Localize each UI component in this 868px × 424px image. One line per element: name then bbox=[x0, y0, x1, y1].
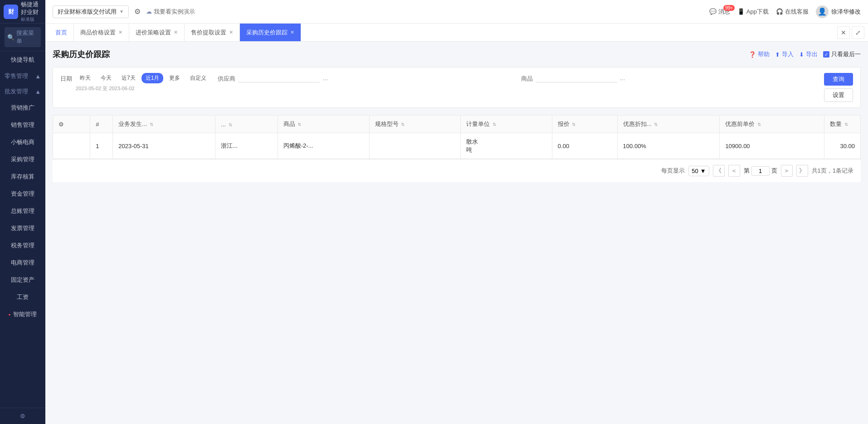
sidebar-settings-btn[interactable]: ⚙ bbox=[0, 408, 45, 424]
date-btn-7days[interactable]: 近7天 bbox=[117, 73, 140, 83]
date-btn-today[interactable]: 今天 bbox=[97, 73, 116, 83]
table-col-pre-discount-price[interactable]: 优惠前单价 ⇅ bbox=[720, 116, 824, 133]
date-btn-row: 昨天 今天 近7天 近1月 更多 自定义 bbox=[76, 73, 210, 83]
demo-link[interactable]: ☁ 我要看实例演示 bbox=[146, 8, 195, 16]
only-last-checkbox[interactable]: ✓ 只看最后一 bbox=[823, 50, 861, 58]
table-col-extra[interactable]: ... ⇅ bbox=[215, 116, 278, 133]
sidebar-item-capital[interactable]: 资金管理 bbox=[0, 185, 45, 202]
data-table: ⚙ # 业务发生... ⇅ ... ⇅ 商品 ⇅ 规格型号 bbox=[53, 115, 861, 159]
sidebar-item-ecommerce-small[interactable]: 小畅电商 bbox=[0, 134, 45, 151]
tab-purchase-strategy-close[interactable]: ✕ bbox=[174, 29, 178, 35]
table-col-quantity[interactable]: 数量 ⇅ bbox=[824, 116, 861, 133]
product-filter-group: 商品 ... bbox=[521, 73, 817, 83]
date-btn-yesterday[interactable]: 昨天 bbox=[76, 73, 95, 83]
headset-icon: 🎧 bbox=[776, 8, 783, 15]
sidebar-item-ledger[interactable]: 总账管理 bbox=[0, 202, 45, 220]
avatar: 👤 bbox=[816, 5, 829, 18]
table-col-discount[interactable]: 优惠折扣... ⇅ bbox=[617, 116, 720, 133]
topbar-gear-icon[interactable]: ⚙ bbox=[134, 7, 141, 16]
query-button[interactable]: 查询 bbox=[824, 73, 853, 86]
tab-home[interactable]: 首页 bbox=[49, 24, 74, 41]
page-title: 采购历史价跟踪 bbox=[53, 49, 110, 60]
date-btn-custom[interactable]: 自定义 bbox=[186, 73, 210, 83]
row-product: 丙烯酸-2-... bbox=[278, 133, 369, 159]
table-col-settings[interactable]: ⚙ bbox=[53, 116, 90, 133]
per-page-select[interactable]: 50 ▼ bbox=[688, 166, 709, 176]
sidebar-item-invoice[interactable]: 发票管理 bbox=[0, 220, 45, 237]
tab-close-all-btn[interactable]: ✕ bbox=[837, 26, 850, 39]
sidebar-item-wholesale[interactable]: 批发管理 ▲ bbox=[0, 84, 45, 99]
search-menu-input[interactable]: 🔍 搜索菜单 bbox=[5, 27, 41, 47]
sidebar-logo: 财 畅捷通好业财 标准版 bbox=[0, 0, 45, 24]
tab-price-extract[interactable]: 售价提取设置 ✕ bbox=[185, 24, 240, 41]
filter-action-btns: 查询 设置 bbox=[824, 73, 853, 102]
sidebar-item-ecommerce[interactable]: 电商管理 bbox=[0, 254, 45, 271]
import-btn[interactable]: ⬆ 导入 bbox=[775, 50, 794, 58]
search-icon: 🔍 bbox=[7, 34, 15, 41]
sidebar-item-marketing[interactable]: 营销推广 bbox=[0, 99, 45, 116]
help-btn[interactable]: ❓ 帮助 bbox=[749, 50, 770, 58]
table-col-product[interactable]: 商品 ⇅ bbox=[278, 116, 369, 133]
row-seq: 1 bbox=[90, 133, 113, 159]
version-selector[interactable]: 好业财标准版交付试用 ▼ bbox=[53, 5, 129, 18]
date-btn-more[interactable]: 更多 bbox=[165, 73, 184, 83]
page-input[interactable] bbox=[751, 166, 770, 176]
export-btn[interactable]: ⬇ 导出 bbox=[799, 50, 818, 58]
message-btn[interactable]: 💬 消息 99+ bbox=[709, 8, 730, 16]
product-more-icon[interactable]: ... bbox=[620, 74, 625, 82]
last-page-btn[interactable]: 》 bbox=[796, 165, 808, 177]
supplier-more-icon[interactable]: ... bbox=[322, 74, 328, 82]
first-page-icon: 《 bbox=[716, 167, 722, 175]
date-btn-1month[interactable]: 近1月 bbox=[141, 73, 164, 83]
sort-icon-product: ⇅ bbox=[297, 122, 301, 127]
sidebar-item-inventory[interactable]: 库存核算 bbox=[0, 168, 45, 185]
tab-price-extract-close[interactable]: ✕ bbox=[229, 29, 233, 35]
main-area: 好业财标准版交付试用 ▼ ⚙ ☁ 我要看实例演示 💬 消息 99+ 📱 App下… bbox=[45, 0, 868, 424]
user-menu-btn[interactable]: 👤 徐泽华修改 bbox=[816, 5, 861, 18]
row-spec bbox=[369, 133, 461, 159]
row-date: 2023-05-31 bbox=[113, 133, 215, 159]
logo-text: 畅捷通好业财 标准版 bbox=[21, 1, 42, 22]
table-col-seq: # bbox=[90, 116, 113, 133]
app-download-btn[interactable]: 📱 App下载 bbox=[737, 8, 769, 16]
prev-page-btn[interactable]: ＜ bbox=[728, 165, 740, 177]
sort-icon-unit: ⇅ bbox=[493, 122, 496, 127]
prev-page-icon: ＜ bbox=[731, 167, 737, 175]
sidebar-item-quick-nav[interactable]: 快捷导航 bbox=[0, 51, 45, 68]
supplier-input[interactable] bbox=[238, 73, 320, 82]
table-col-price[interactable]: 报价 ⇅ bbox=[552, 116, 617, 133]
table-col-unit[interactable]: 计量单位 ⇅ bbox=[461, 116, 552, 133]
sidebar-item-payroll[interactable]: 工资 bbox=[0, 289, 45, 306]
table-col-spec[interactable]: 规格型号 ⇅ bbox=[369, 116, 461, 133]
first-page-btn[interactable]: 《 bbox=[713, 165, 725, 177]
tab-purchase-history-close[interactable]: ✕ bbox=[290, 29, 294, 35]
import-icon: ⬆ bbox=[775, 51, 780, 58]
sort-icon-quantity: ⇅ bbox=[844, 122, 848, 127]
tab-price-settings-close[interactable]: ✕ bbox=[118, 29, 122, 35]
sidebar-item-retail[interactable]: 零售管理 ▲ bbox=[0, 68, 45, 84]
version-chevron-icon: ▼ bbox=[119, 9, 124, 14]
message-badge: 99+ bbox=[723, 5, 735, 11]
tab-expand-btn[interactable]: ⤢ bbox=[852, 26, 864, 39]
tab-price-settings[interactable]: 商品价格设置 ✕ bbox=[74, 24, 129, 41]
tab-purchase-strategy[interactable]: 进价策略设置 ✕ bbox=[129, 24, 185, 41]
tab-purchase-history[interactable]: 采购历史价跟踪 ✕ bbox=[240, 24, 301, 41]
sidebar-item-tax[interactable]: 税务管理 bbox=[0, 237, 45, 254]
next-page-btn[interactable]: ＞ bbox=[781, 165, 793, 177]
sort-icon-date: ⇅ bbox=[150, 122, 153, 127]
online-service-btn[interactable]: 🎧 在线客服 bbox=[776, 8, 809, 16]
page-actions: ❓ 帮助 ⬆ 导入 ⬇ 导出 ✓ 只看最后一 bbox=[749, 50, 861, 58]
table-col-date[interactable]: 业务发生... ⇅ bbox=[113, 116, 215, 133]
product-input[interactable] bbox=[536, 73, 617, 82]
phone-icon: 📱 bbox=[737, 8, 745, 15]
row-pre-discount-price: 10900.00 bbox=[720, 133, 824, 159]
settings-button[interactable]: 设置 bbox=[824, 88, 853, 102]
sidebar-search-area[interactable]: 🔍 搜索菜单 bbox=[0, 24, 45, 51]
sidebar-item-assets[interactable]: 固定资产 bbox=[0, 271, 45, 289]
sidebar-item-purchase[interactable]: 采购管理 bbox=[0, 151, 45, 168]
sidebar-item-sales[interactable]: 销售管理 bbox=[0, 116, 45, 134]
next-page-icon: ＞ bbox=[784, 167, 790, 175]
row-unit: 散水 吨 bbox=[461, 133, 552, 159]
sidebar-item-intelligent[interactable]: 智能管理 bbox=[0, 306, 45, 323]
export-icon: ⬇ bbox=[799, 51, 804, 58]
